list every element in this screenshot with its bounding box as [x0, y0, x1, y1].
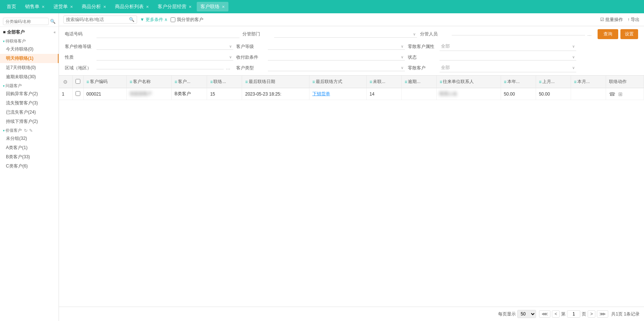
customer-table: ⚙ ≡ 客户编码 ≡: [59, 76, 644, 100]
sidebar-group-pending-label: 待联络客户: [6, 38, 26, 44]
filter-price-level-select[interactable]: ∨: [97, 43, 233, 50]
nav-customer-contact[interactable]: 客户联络 ✕: [197, 2, 228, 11]
bulk-operations-button[interactable]: ☑ 批量操作: [600, 17, 623, 23]
filter-retail-attr-label: 零散客户属性: [408, 44, 437, 50]
filter-retail-attr-select[interactable]: 全部 ∨: [440, 42, 576, 51]
table-header-row: ⚙ ≡ 客户编码 ≡: [59, 76, 644, 88]
nav-product-analysis-close-icon[interactable]: ✕: [103, 5, 106, 9]
page-number-input[interactable]: [567, 310, 580, 318]
nav-customer-contact-close-icon[interactable]: ✕: [222, 5, 225, 9]
col-actions: 联络动作: [606, 76, 644, 88]
col-last-date: ≡ 最后联络日期: [242, 76, 309, 88]
more-filters-button[interactable]: ▼ 更多条件 ∧: [140, 17, 168, 23]
filter-retail-customer: 零散客户 全部 ∨: [408, 63, 576, 72]
filter-nature-chevron-icon: ∨: [229, 55, 232, 59]
sidebar-all-customers[interactable]: ■ 全部客户 «: [0, 27, 59, 37]
nav-sales-close-icon[interactable]: ✕: [42, 5, 45, 9]
col-contact-person-label: 往来单位联系人: [443, 79, 474, 85]
sidebar-search-area: 🔍: [0, 16, 59, 27]
nav-sales[interactable]: 销售单 ✕: [21, 2, 48, 11]
export-icon: ↑: [627, 17, 630, 22]
sidebar-item-churned[interactable]: 已流失客户(24): [0, 108, 59, 117]
filter-retail-customer-select[interactable]: 全部 ∨: [440, 63, 576, 72]
toolbar: 🔍 ▼ 更多条件 ∧ 我分管的客户 ☑ 批量操作 ↑ 导出: [59, 13, 644, 26]
col-code-sort-icon: ≡: [87, 79, 89, 84]
filter-dept: 分管部门 ∨: [242, 31, 417, 38]
filter-person-input: [452, 33, 585, 35]
col-name: ≡ 客户名称: [126, 76, 171, 88]
filter-payment-select[interactable]: ∨: [268, 54, 405, 61]
sidebar-item-tomorrow-pending[interactable]: 明天待联络(1): [0, 54, 59, 63]
last-page-button[interactable]: ⋙: [597, 310, 608, 318]
sidebar-item-b-class[interactable]: B类客户(33): [0, 152, 59, 162]
my-customers-checkbox[interactable]: [171, 17, 175, 22]
filter-customer-level-select[interactable]: ∨: [268, 43, 405, 50]
search-input[interactable]: [66, 17, 127, 22]
next-page-button[interactable]: >: [588, 310, 595, 318]
cell-contact-person-blurred: 联系人名: [440, 91, 457, 97]
sidebar-item-repurchase-abnormal[interactable]: 回购异常客户(2): [0, 89, 59, 99]
col-type-label: 客户...: [178, 79, 190, 85]
col-contact-count-label: 联络...: [213, 79, 226, 85]
col-uncontacted-sort-icon: ≡: [370, 79, 372, 84]
filter-retail-attr-chevron-icon: ∨: [572, 44, 575, 48]
col-contact-count: ≡ 联络...: [207, 76, 242, 88]
my-customers-checkbox-label[interactable]: 我分管的客户: [171, 17, 203, 23]
filter-dept-select[interactable]: ∨: [274, 31, 417, 38]
sidebar-collapse-icon[interactable]: «: [53, 30, 56, 34]
select-all-checkbox[interactable]: [76, 79, 80, 84]
row-checkbox[interactable]: [76, 91, 80, 96]
cell-name-blurred: 张某某客户: [130, 91, 152, 97]
filter-customer-type-select[interactable]: ∨: [268, 65, 405, 71]
filter-payment-label: 收付款条件: [236, 54, 266, 61]
bulk-operations-label: 批量操作: [605, 17, 623, 23]
cell-overdue: [402, 88, 437, 100]
nav-purchase[interactable]: 进货单 ✕: [50, 2, 77, 11]
table-row: 1 000021 张某某客户 B类客户: [59, 88, 644, 100]
sidebar-item-7days-pending[interactable]: 近7天待联络(0): [0, 63, 59, 72]
more-filters-label: 更多条件: [146, 17, 163, 23]
filter-phone-input[interactable]: [97, 30, 239, 38]
page-navigation: ⋘ < 第 页 > ⋙: [539, 310, 608, 318]
nav-product-analysis-list-close-icon[interactable]: ✕: [146, 5, 149, 9]
col-last-month-label: 上月...: [542, 79, 555, 85]
cell-last-month: 50.00: [536, 88, 571, 100]
sidebar-search-icon[interactable]: 🔍: [50, 19, 56, 24]
filter-region-ellipsis[interactable]: …: [226, 65, 233, 70]
sidebar-item-ungrouped[interactable]: 未分组(32): [0, 134, 59, 143]
first-page-button[interactable]: ⋘: [539, 310, 550, 318]
sidebar-group-value-edit-icon[interactable]: ✎: [29, 128, 33, 133]
filter-nature-select[interactable]: ∨: [97, 54, 233, 61]
settings-button[interactable]: 设置: [620, 29, 638, 39]
page-size-select[interactable]: 10 20 50 100: [517, 310, 536, 318]
nav-purchase-close-icon[interactable]: ✕: [70, 5, 73, 9]
sidebar-item-c-class[interactable]: C类客户(6): [0, 162, 59, 171]
nav-customer-tier-close-icon[interactable]: ✕: [189, 5, 192, 9]
filter-status-label: 状态: [408, 54, 437, 61]
filter-chevron-icon: ∧: [164, 17, 168, 22]
query-button[interactable]: 查询: [598, 29, 618, 39]
filter-status-select[interactable]: ∨: [440, 54, 576, 61]
sidebar-item-overdue-pending[interactable]: 逾期未联络(30): [0, 72, 59, 82]
filter-nature-label: 性质: [65, 54, 94, 61]
nav-product-analysis[interactable]: 商品分析 ✕: [78, 2, 110, 11]
sidebar-group-value-triangle: ▾: [3, 129, 5, 132]
sidebar-item-declining[interactable]: 持续下滑客户(2): [0, 117, 59, 126]
filter-person-ellipsis[interactable]: …: [587, 32, 595, 37]
col-contact-person: ≡ 往来单位联系人: [437, 76, 501, 88]
sidebar-item-today-pending[interactable]: 今天待联络(0): [0, 45, 59, 54]
prev-page-button[interactable]: <: [552, 310, 560, 318]
row-phone-icon[interactable]: ☎: [609, 91, 615, 97]
nav-customer-tier[interactable]: 客户分层经营 ✕: [154, 2, 195, 11]
sidebar-item-a-class[interactable]: A类客户(1): [0, 143, 59, 152]
sidebar-item-churn-warning[interactable]: 流失预警客户(3): [0, 99, 59, 108]
nav-product-analysis-list[interactable]: 商品分析列表 ✕: [111, 2, 153, 11]
sidebar-search-input[interactable]: [3, 18, 49, 25]
export-button[interactable]: ↑ 导出: [627, 17, 640, 23]
sidebar-group-value-refresh-icon[interactable]: ↻: [24, 128, 28, 133]
nav-home[interactable]: 首页: [3, 2, 20, 11]
row-grid-icon[interactable]: ⊞: [618, 91, 623, 97]
table-gear-icon[interactable]: ⚙: [63, 79, 68, 85]
search-icon[interactable]: 🔍: [129, 17, 134, 22]
cell-last-method-link[interactable]: 下销货单: [312, 91, 330, 96]
